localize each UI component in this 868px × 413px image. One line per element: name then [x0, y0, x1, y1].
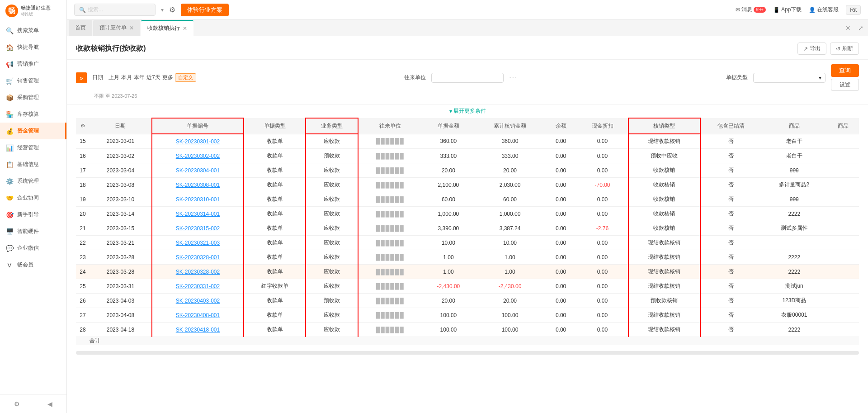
filter-date-this-year[interactable]: 本年 [134, 74, 145, 81]
sidebar-item-enterprise[interactable]: 🤝 企业协同 [0, 190, 66, 206]
refresh-btn[interactable]: ↺ 刷新 [830, 43, 859, 55]
table-wrap: ⚙ 日期 单据编号 单据类型 业务类型 往来单位 单据金额 累计核销金额 余额 … [67, 118, 868, 349]
sidebar-item-label: 新手引导 [17, 211, 39, 218]
row-product2 [827, 236, 859, 250]
row-order-no[interactable]: SK-20230315-002 [152, 221, 244, 236]
row-no: 23 [76, 250, 90, 265]
sidebar-item-hardware[interactable]: 🖥️ 智能硬件 [0, 223, 66, 240]
wechat-icon: 💬 [5, 245, 14, 252]
filter-dots[interactable]: ··· [509, 74, 518, 82]
sidebar-item-operation[interactable]: 📊 经营管理 [0, 139, 66, 156]
row-order-no[interactable]: SK-20230308-001 [152, 178, 244, 192]
row-product1: 999 [761, 163, 827, 178]
sidebar-item-member[interactable]: V 畅会员 [0, 256, 66, 273]
chevron-down-icon: ▾ [819, 75, 821, 81]
row-order-no[interactable]: SK-20230328-001 [152, 250, 244, 265]
sidebar-settings-btn[interactable]: ⚙ [12, 399, 22, 409]
topbar-service[interactable]: 👤 在线客服 [809, 6, 839, 14]
filter-expand-btn[interactable]: » [76, 72, 87, 83]
filter-date-this-month[interactable]: 本月 [121, 74, 132, 81]
topbar-message[interactable]: ✉ 消息 99+ [736, 6, 766, 14]
row-product2 [827, 294, 859, 308]
table-row: 27 2023-04-08 SK-20230408-001 收款单 应收款 ██… [76, 308, 859, 323]
topbar-app-download[interactable]: 📱 App下载 [773, 6, 802, 14]
sidebar-item-finance[interactable]: 💰 资金管理 [0, 123, 66, 139]
row-amount: 360.00 [422, 134, 475, 149]
table-row: 26 2023-04-03 SK-20230403-002 收款单 预收款 ██… [76, 294, 859, 308]
row-verify-type: 收款核销 [628, 192, 700, 207]
row-amount: 10.00 [422, 236, 475, 250]
tab-close-all-btn[interactable]: ✕ [843, 23, 854, 33]
table-row: 16 2023-03-02 SK-20230302-002 收款单 预收款 ██… [76, 149, 859, 163]
topbar-gear-icon[interactable]: ⚙ [169, 5, 175, 14]
sidebar-item-wechat[interactable]: 💬 企业微信 [0, 240, 66, 256]
filter-settings-btn[interactable]: 设置 [831, 79, 859, 91]
table-scroll-bar[interactable] [76, 351, 859, 355]
row-partner: ██████ [358, 250, 422, 265]
sidebar-item-inventory[interactable]: 🏪 库存核算 [0, 106, 66, 123]
query-btn[interactable]: 查询 [831, 64, 859, 77]
tab-maximize-btn[interactable]: ⤢ [855, 23, 866, 33]
filter-custom-btn[interactable]: 自定义 [175, 73, 196, 82]
row-product1: 2222 [761, 323, 827, 337]
row-order-no[interactable]: SK-20230418-001 [152, 323, 244, 337]
row-accumulated: 333.00 [475, 149, 545, 163]
tab-receipt-exec-close[interactable]: ✕ [183, 25, 187, 32]
sidebar-item-system[interactable]: ⚙️ 系统管理 [0, 173, 66, 190]
sidebar-item-guide[interactable]: 🎯 新手引导 [0, 206, 66, 223]
system-icon: ⚙️ [5, 178, 14, 185]
sidebar-collapse-btn[interactable]: ◀ [46, 399, 54, 409]
export-btn[interactable]: ↗ 导出 [797, 43, 826, 55]
row-product1: 测试jun [761, 279, 827, 294]
sidebar-item-basic[interactable]: 📋 基础信息 [0, 156, 66, 173]
row-verify-type: 现结收款核销 [628, 323, 700, 337]
logo-icon: 畅 [5, 5, 18, 17]
row-product2 [827, 163, 859, 178]
tab-prepay-close[interactable]: ✕ [129, 25, 134, 31]
sidebar-item-sales[interactable]: 🛒 销售管理 [0, 72, 66, 89]
data-table: ⚙ 日期 单据编号 单据类型 业务类型 往来单位 单据金额 累计核销金额 余额 … [76, 118, 859, 345]
sidebar-item-purchase[interactable]: 📦 采购管理 [0, 89, 66, 106]
topbar-search[interactable]: 🔍 搜索... [74, 4, 156, 16]
expand-more-conditions-btn[interactable]: ▾ 展开更多条件 [449, 107, 486, 115]
page-title: 收款核销执行(按收款) [76, 44, 146, 53]
user-text[interactable]: Rit [846, 5, 861, 15]
filter-date-last-month[interactable]: 上月 [108, 74, 119, 81]
app-label: App下载 [781, 6, 802, 14]
row-order-no[interactable]: SK-20230321-003 [152, 236, 244, 250]
filter-voucher-type-select[interactable]: ▾ [753, 73, 826, 83]
sidebar-item-quicknav[interactable]: 🏠 快捷导航 [0, 39, 66, 56]
tab-prepay[interactable]: 预计应付单 ✕ [93, 20, 140, 36]
row-no: 28 [76, 323, 90, 337]
row-order-no[interactable]: SK-20230408-001 [152, 308, 244, 323]
filter-date-group: 上月 本月 本年 近7天 更多 自定义 [108, 73, 196, 82]
sidebar-item-marketing[interactable]: 📢 营销推广 [0, 56, 66, 72]
sidebar-item-label: 基础信息 [17, 161, 39, 168]
table-row: 20 2023-03-14 SK-20230314-001 收款单 应收款 ██… [76, 207, 859, 221]
row-order-no[interactable]: SK-20230304-001 [152, 163, 244, 178]
filter-partner-input[interactable] [431, 73, 504, 83]
tab-receipt-exec[interactable]: 收款核销执行 ✕ [141, 20, 193, 36]
row-order-no[interactable]: SK-20230310-001 [152, 192, 244, 207]
col-order-no: 单据编号 [152, 118, 244, 134]
row-amount: 1.00 [422, 250, 475, 265]
col-settings[interactable]: ⚙ [76, 118, 90, 134]
row-order-no[interactable]: SK-20230314-001 [152, 207, 244, 221]
col-amount: 单据金额 [422, 118, 475, 134]
row-cash-discount: -70.00 [577, 178, 628, 192]
row-balance: 0.00 [545, 207, 576, 221]
row-order-no[interactable]: SK-20230328-002 [152, 265, 244, 279]
filter-date-7days[interactable]: 近7天 [146, 74, 160, 81]
filter-date-more[interactable]: 更多 [162, 74, 173, 81]
tab-home[interactable]: 首页 [69, 20, 92, 36]
row-order-no[interactable]: SK-20230301-002 [152, 134, 244, 149]
row-order-no[interactable]: SK-20230302-002 [152, 149, 244, 163]
message-label: 消息 [741, 6, 752, 14]
topbar-chevron-icon[interactable]: ▾ [161, 7, 164, 13]
row-order-no[interactable]: SK-20230403-002 [152, 294, 244, 308]
col-balance: 余额 [545, 118, 576, 134]
industry-btn[interactable]: 体验行业方案 [181, 4, 229, 16]
row-order-no[interactable]: SK-20230331-002 [152, 279, 244, 294]
row-included: 否 [700, 250, 761, 265]
sidebar-item-search[interactable]: 🔍 搜索菜单 [0, 22, 66, 39]
